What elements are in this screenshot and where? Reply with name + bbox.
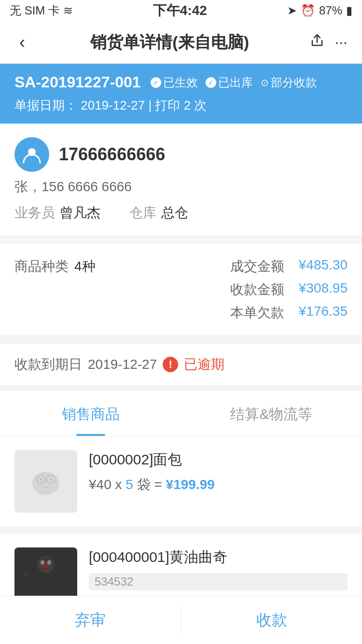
customer-sub: 张，156 6666 6666 [14,178,348,196]
order-date: 单据日期： 2019-12-27 | 打印 2 次 [14,97,348,114]
more-icon[interactable]: ··· [334,33,348,51]
warehouse-label: 仓库 [129,204,156,222]
order-badges: ✓ 已生效 ✓ 已出库 ⊙ 部分收款 [151,75,317,90]
salesman-detail: 业务员 曾凡杰 [14,204,100,222]
arrears-value: ¥176.35 [299,304,348,322]
alarm-icon: ⏰ [301,4,315,17]
svg-point-6 [40,478,42,481]
badge-partial-payment: ⊙ 部分收款 [261,75,317,90]
amount-label: 成交金额 [230,257,284,276]
summary-right: 成交金额 ¥485.30 收款金额 ¥308.95 本单欠款 ¥176.35 [230,257,348,322]
received-item: 收款金额 ¥308.95 [230,280,348,299]
arrears-label: 本单欠款 [230,304,284,322]
customer-details: 业务员 曾凡杰 仓库 总仓 [14,204,348,222]
product-total-1: ¥199.99 [166,477,215,492]
battery-icon: ▮ [346,4,352,17]
overdue-label: 收款到期日 [14,355,82,374]
status-time: 下午4:42 [153,1,207,20]
order-id: SA-20191227-001 [14,73,141,91]
svg-point-11 [47,560,51,565]
check-icon-2: ✓ [206,77,216,88]
bottom-bar: 弃审 收款 [0,596,362,644]
salesman-value: 曾凡杰 [60,204,100,222]
product-info-1: [0000002]面包 ¥40 x 5 袋 = ¥199.99 [89,450,348,494]
product-price-1: ¥40 x 5 袋 = ¥199.99 [89,476,348,494]
product-qty-1: 5 [125,477,133,492]
status-bar: 无 SIM 卡 ≋ 下午4:42 ➤ ⏰ 87% ▮ [0,0,362,21]
share-icon[interactable] [309,33,325,52]
product-name-1: [0000002]面包 [89,450,348,470]
tab-settlement[interactable]: 结算&物流等 [181,391,362,436]
check-icon-1: ✓ [151,77,161,88]
svg-point-10 [41,560,44,565]
order-header: SA-20191227-001 ✓ 已生效 ✓ 已出库 ⊙ 部分收款 单据日期：… [0,64,362,124]
type-count: 4种 [74,257,96,276]
status-right: ➤ ⏰ 87% ▮ [287,4,352,17]
customer-avatar [14,137,49,172]
location-icon: ➤ [287,4,297,17]
product-tag-2: 534532 [89,573,348,590]
overdue-date: 2019-12-27 [88,357,157,372]
nav-actions: ··· [309,33,348,52]
product-item: [0000002]面包 ¥40 x 5 袋 = ¥199.99 [0,436,362,526]
arrears-item: 本单欠款 ¥176.35 [230,304,348,322]
customer-section: 17666666666 张，156 6666 6666 业务员 曾凡杰 仓库 总… [0,124,362,236]
overdue-icon: ! [163,357,178,372]
order-header-top: SA-20191227-001 ✓ 已生效 ✓ 已出库 ⊙ 部分收款 [14,73,348,91]
status-left: 无 SIM 卡 ≋ [10,3,73,18]
tabs-section: 销售商品 结算&物流等 [0,391,362,436]
nav-bar: ‹ 销货单详情(来自电脑) ··· [0,21,362,64]
amount-item: 成交金额 ¥485.30 [230,257,348,276]
battery-level: 87% [319,4,342,17]
customer-name: 17666666666 [59,144,165,165]
badge-shipped: ✓ 已出库 [206,75,253,90]
amount-value: ¥485.30 [299,257,348,276]
sim-status: 无 SIM 卡 ≋ [10,3,73,18]
back-button[interactable]: ‹ [14,28,30,57]
cancel-button[interactable]: 弃审 [0,596,181,644]
customer-row: 17666666666 [14,137,348,172]
svg-point-7 [49,478,52,481]
svg-point-1 [32,472,59,495]
tab-products[interactable]: 销售商品 [0,391,181,436]
summary-row: 商品种类 4种 成交金额 ¥485.30 收款金额 ¥308.95 本单欠款 ¥… [14,257,348,322]
page-title: 销货单详情(来自电脑) [30,31,309,54]
warehouse-detail: 仓库 总仓 [129,204,188,222]
confirm-button[interactable]: 收款 [181,596,362,644]
badge-effective: ✓ 已生效 [151,75,198,90]
clock-icon: ⊙ [261,77,269,88]
product-thumb-1 [14,450,77,513]
product-name-2: [000400001]黄油曲奇 [89,547,348,567]
overdue-section: 收款到期日 2019-12-27 ! 已逾期 [0,344,362,391]
received-value: ¥308.95 [299,280,348,299]
warehouse-value: 总仓 [161,204,188,222]
summary-left: 商品种类 4种 [14,257,96,276]
type-label: 商品种类 [14,257,69,276]
summary-section: 商品种类 4种 成交金额 ¥485.30 收款金额 ¥308.95 本单欠款 ¥… [0,244,362,336]
overdue-status: 已逾期 [184,355,224,374]
salesman-label: 业务员 [14,204,55,222]
received-label: 收款金额 [230,280,284,299]
